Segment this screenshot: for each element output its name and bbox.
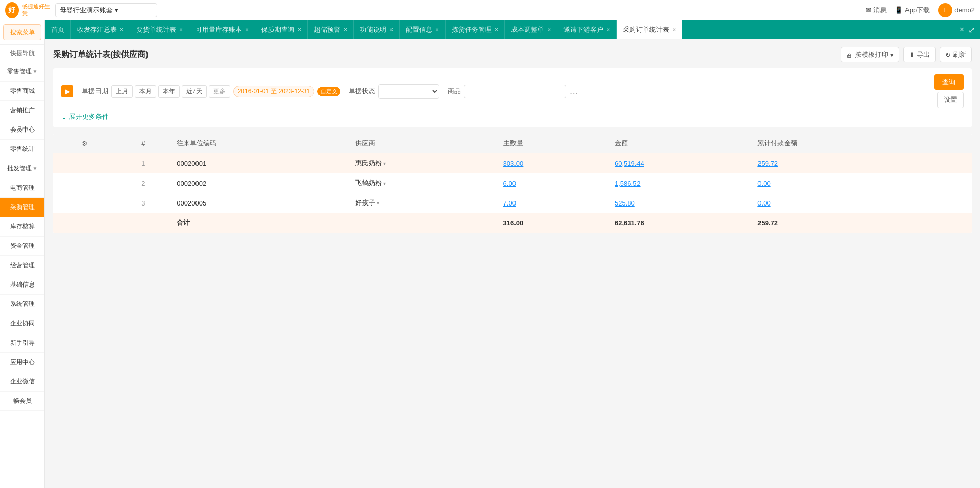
col-supplier-header: 供应商 xyxy=(349,134,497,153)
tab-close-icon[interactable]: × xyxy=(120,26,124,33)
expand-icon: ▼ xyxy=(33,69,38,74)
tab-close-icon[interactable]: × xyxy=(547,26,551,33)
page-content: 采购订单统计表(按供应商) 🖨 按模板打印 ▾ ⬇ 导出 ↻ xyxy=(45,39,980,241)
tab-label: 功能说明 xyxy=(360,25,386,34)
tab-label: 要货单统计表 xyxy=(136,25,176,34)
date-this-month-button[interactable]: 本月 xyxy=(135,85,156,98)
sidebar-item-retail[interactable]: 零售管理 ▼ xyxy=(0,62,44,82)
sidebar-item-appcenter[interactable]: 应用中心 xyxy=(0,353,44,372)
row-paid-cell[interactable]: 0.00 xyxy=(751,173,929,193)
search-menu-button[interactable]: 搜索菜单 xyxy=(3,24,41,40)
date-this-year-button[interactable]: 本年 xyxy=(158,85,180,98)
content-area: 采购订单统计表(按供应商) 🖨 按模板打印 ▾ ⬇ 导出 ↻ xyxy=(45,39,980,488)
expand-label: 展开更多条件 xyxy=(69,112,109,121)
date-7days-button[interactable]: 近7天 xyxy=(182,85,207,98)
tab-paihuorenwu[interactable]: 拣货任务管理 × xyxy=(446,20,505,39)
sidebar-item-corpwx[interactable]: 企业微信 xyxy=(0,372,44,392)
sidebar-item-newguide[interactable]: 新手引导 xyxy=(0,333,44,353)
sidebar-item-base[interactable]: 基础信息 xyxy=(0,275,44,295)
tab-chaochu[interactable]: 超储预警 × xyxy=(308,20,354,39)
date-more-button[interactable]: 更多 xyxy=(209,85,230,98)
date-range-text: 2016-01-01 至 2023-12-31 xyxy=(238,87,310,96)
export-button[interactable]: ⬇ 导出 xyxy=(903,47,936,62)
tab-baoyuanxuncha[interactable]: 保质期查询 × xyxy=(255,20,308,39)
row-qty-cell[interactable]: 6.00 xyxy=(497,173,608,193)
sidebar-item-stock[interactable]: 库存核算 xyxy=(0,217,44,237)
row-amount-cell[interactable]: 1,586.52 xyxy=(608,173,751,193)
table-header-row: ⚙ # 往来单位编码 供应商 主数量 金额 累计付款金额 xyxy=(53,134,972,153)
refresh-button[interactable]: ↻ 刷新 xyxy=(940,47,972,62)
tab-close-icon[interactable]: × xyxy=(245,26,249,33)
sidebar-item-retail-stat[interactable]: 零售统计 xyxy=(0,140,44,159)
tab-close-icon[interactable]: × xyxy=(672,26,676,33)
goods-input[interactable] xyxy=(464,85,566,98)
row-qty-cell[interactable]: 7.00 xyxy=(497,193,608,213)
quick-nav-button[interactable]: 快捷导航 xyxy=(0,45,44,62)
tab-close-icon[interactable]: × xyxy=(179,26,183,33)
row-qty-cell[interactable]: 303.00 xyxy=(497,153,608,173)
tab-close-icon[interactable]: × xyxy=(298,26,301,33)
sidebar-item-finance[interactable]: 资金管理 xyxy=(0,237,44,256)
tab-caigoudingdan[interactable]: 采购订单统计表 × xyxy=(617,20,682,39)
sidebar-item-marketing[interactable]: 营销推广 xyxy=(0,101,44,120)
row-paid-cell[interactable]: 0.00 xyxy=(751,193,929,213)
app-download-action[interactable]: 📱 App下载 xyxy=(895,6,930,15)
sidebar-item-system[interactable]: 系统管理 xyxy=(0,295,44,314)
sidebar-item-label: 零售商城 xyxy=(10,87,35,95)
filter-toggle-button[interactable]: ▶ xyxy=(61,85,74,97)
supplier-expand-icon[interactable]: ▾ xyxy=(377,200,379,206)
query-button[interactable]: 查询 xyxy=(934,74,964,90)
sidebar-item-label: 企业协同 xyxy=(10,319,35,328)
tab-close-icon[interactable]: × xyxy=(606,26,610,33)
more-options-icon[interactable]: … xyxy=(569,86,578,97)
sidebar-item-purchase[interactable]: 采购管理 xyxy=(0,198,44,217)
sidebar-item-ecom[interactable]: 电商管理 xyxy=(0,178,44,198)
date-last-month-button[interactable]: 上月 xyxy=(111,85,133,98)
tab-shoufahuizong[interactable]: 收发存汇总表 × xyxy=(71,20,130,39)
tab-home[interactable]: 首页 xyxy=(45,20,71,39)
tab-yaohuodanjitong[interactable]: 要货单统计表 × xyxy=(130,20,189,39)
tab-yaoqing[interactable]: 邀请下游客户 × xyxy=(557,20,617,39)
tab-gongneng[interactable]: 功能说明 × xyxy=(354,20,400,39)
sidebar-item-label: 畅会员 xyxy=(13,397,32,405)
sidebar-item-retail-shop[interactable]: 零售商城 xyxy=(0,82,44,101)
tab-chenben[interactable]: 成本调整单 × xyxy=(505,20,557,39)
supplier-expand-icon[interactable]: ▾ xyxy=(383,161,386,166)
tab-label: 采购订单统计表 xyxy=(623,25,669,34)
row-index-cell: 2 xyxy=(116,173,170,193)
col-settings-header[interactable]: ⚙ xyxy=(53,134,116,153)
page-actions: 🖨 按模板打印 ▾ ⬇ 导出 ↻ 刷新 xyxy=(841,47,972,62)
tab-label: 配置信息 xyxy=(406,25,432,34)
sidebar-item-ops[interactable]: 经营管理 xyxy=(0,256,44,275)
row-amount-cell[interactable]: 60,519.44 xyxy=(608,153,751,173)
tab-keyongliang[interactable]: 可用量库存账本 × xyxy=(189,20,255,39)
phone-icon: 📱 xyxy=(895,6,903,14)
expand-conditions-button[interactable]: ⌄ 展开更多条件 xyxy=(61,112,964,121)
tab-close-icon[interactable]: × xyxy=(435,26,439,33)
settings-button[interactable]: 设置 xyxy=(937,92,964,108)
tab-peizhi[interactable]: 配置信息 × xyxy=(400,20,446,39)
tab-label: 超储预警 xyxy=(314,25,340,34)
message-action[interactable]: ✉ 消息 xyxy=(866,6,887,15)
tab-close-icon[interactable]: × xyxy=(495,26,498,33)
tab-close-icon[interactable]: × xyxy=(389,26,393,33)
sidebar-item-vip[interactable]: 畅会员 xyxy=(0,392,44,411)
sidebar-item-wholesale[interactable]: 批发管理 ▼ xyxy=(0,159,44,178)
col-amount-header: 金额 xyxy=(608,134,751,153)
sidebar-item-member[interactable]: 会员中心 xyxy=(0,120,44,140)
supplier-expand-icon[interactable]: ▾ xyxy=(383,181,386,186)
workspace-selector[interactable]: 母婴行业演示账套 ▾ xyxy=(55,3,157,17)
tab-close-all-icon[interactable]: × xyxy=(959,24,965,35)
tab-close-icon[interactable]: × xyxy=(344,26,347,33)
user-area[interactable]: E demo2 xyxy=(938,3,975,17)
tab-bar: 首页 收发存汇总表 × 要货单统计表 × 可用量库存账本 × 保质期查询 × 超… xyxy=(45,20,980,39)
status-select[interactable] xyxy=(378,84,439,99)
print-button[interactable]: 🖨 按模板打印 ▾ xyxy=(841,47,899,62)
printer-icon: 🖨 xyxy=(846,51,853,59)
row-amount-cell[interactable]: 525.80 xyxy=(608,193,751,213)
settings-col-icon[interactable]: ⚙ xyxy=(82,140,88,147)
row-paid-cell[interactable]: 259.72 xyxy=(751,153,929,173)
tab-label: 成本调整单 xyxy=(511,25,544,34)
tab-expand-icon[interactable]: ⤢ xyxy=(967,24,976,36)
sidebar-item-corp[interactable]: 企业协同 xyxy=(0,314,44,333)
